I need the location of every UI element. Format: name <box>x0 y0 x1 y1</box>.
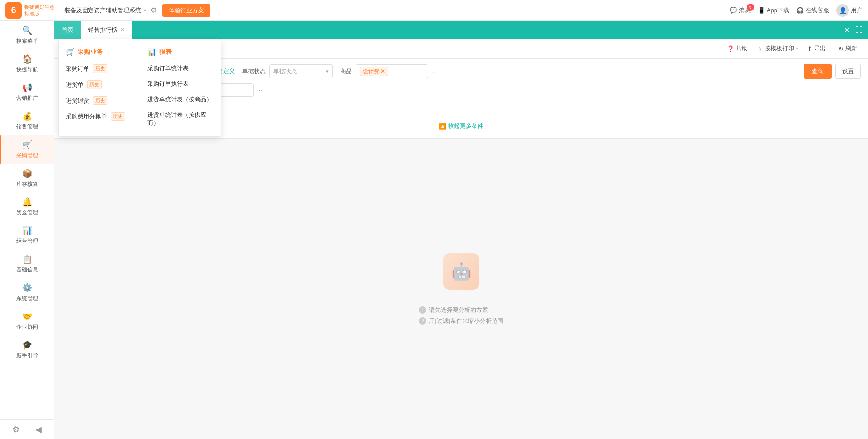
phone-icon: 📱 <box>758 7 765 14</box>
status-label: 单据状态 <box>242 67 266 75</box>
print-button[interactable]: 🖨 按模板打印 ▾ <box>757 44 798 53</box>
history-badge-3: 历史 <box>111 112 125 121</box>
dropdown-item-receive-stat-goods[interactable]: 进货单统计表（按商品） <box>140 92 221 107</box>
sidebar-item-basic[interactable]: 📋 基础信息 <box>0 250 54 278</box>
tab-bar: 首页 销售排行榜 ✕ ✕ ⛶ <box>54 21 868 39</box>
goods-tag: 设计费 ✕ <box>360 67 388 76</box>
marketing-icon: 📢 <box>22 83 32 93</box>
sidebar-item-enterprise[interactable]: 🤝 企业协同 <box>0 307 54 335</box>
dropdown-col-purchase: 🛒 采购业务 采购订单 历史 进货单 历史 进货退货 历史 采购费用分摊单 历史 <box>59 39 140 136</box>
logo-icon: 6 <box>5 2 22 19</box>
sidebar-item-operations[interactable]: 📊 经营管理 <box>0 221 54 250</box>
dropdown-item-return[interactable]: 进货退货 历史 <box>59 93 140 109</box>
help-button[interactable]: ❓ 帮助 <box>723 43 751 54</box>
footer-settings-icon[interactable]: ⚙ <box>12 424 20 434</box>
export-icon: ⬆ <box>807 45 812 52</box>
tab-bar-right: ✕ ⛶ <box>842 24 868 36</box>
sidebar-item-newbie[interactable]: 🎓 新手引导 <box>0 335 54 364</box>
tab-home[interactable]: 首页 <box>54 21 81 39</box>
message-icon: 💬 <box>730 7 737 14</box>
empty-state: 🤖 1 请先选择要分析的方案 2 用[过滤]条件来缩小分析范围 <box>54 139 868 439</box>
history-badge-1: 历史 <box>87 80 102 89</box>
goods-label: 商品 <box>340 67 352 75</box>
app-download-item[interactable]: 📱 App下载 <box>758 6 789 15</box>
purchase-header-icon: 🛒 <box>66 48 75 56</box>
goods-filter: 商品 设计费 ✕ ··· <box>340 64 437 78</box>
report-header-icon: 📊 <box>147 48 156 56</box>
status-dropdown-arrow: ▾ <box>326 68 329 75</box>
empty-illustration: 🤖 <box>434 253 488 299</box>
inventory-icon: 📦 <box>22 168 32 178</box>
history-badge-0: 历史 <box>93 64 107 73</box>
sidebar-item-marketing[interactable]: 📢 营销推广 <box>0 78 54 107</box>
logo-text: 畅捷通好生意 标准版 <box>24 4 54 17</box>
settings-button[interactable]: 设置 <box>835 64 861 79</box>
goods-more-dots[interactable]: ··· <box>432 68 437 75</box>
tab-sales-rank[interactable]: 销售排行榜 ✕ <box>81 21 132 39</box>
system-area: 装备及固定资产辅助管理系统 ▾ ⚙ 体验行业方案 <box>64 4 730 17</box>
sidebar-footer: ⚙ ◀ <box>0 419 54 439</box>
step-num-2: 2 <box>419 317 426 325</box>
dropdown-col-report: 📊 报表 采购订单统计表 采购订单执行表 进货单统计表（按商品） 进货单统计表（… <box>140 39 221 136</box>
refresh-button[interactable]: ↻ 刷新 <box>835 43 861 54</box>
export-button[interactable]: ⬆ 导出 <box>804 43 829 54</box>
dropdown-item-fee[interactable]: 采购费用分摊单 历史 <box>59 109 140 124</box>
system-icon: ⚙️ <box>22 283 32 293</box>
collapse-arrow-icon: 🔼 <box>439 123 446 130</box>
search-icon: 🔍 <box>22 25 32 35</box>
avatar: 👤 <box>836 4 849 17</box>
print-icon: 🖨 <box>757 45 763 52</box>
dropdown-item-receive-stat-supplier[interactable]: 进货单统计表（按供应商） <box>140 107 221 131</box>
online-service-item[interactable]: 🎧 在线客服 <box>796 6 829 15</box>
status-filter: 单据状态 单据状态 ▾ <box>242 64 333 78</box>
sidebar-item-search[interactable]: 🔍 搜索菜单 <box>0 21 54 49</box>
logo-area: 6 畅捷通好生意 标准版 <box>5 2 60 19</box>
history-badge-2: 历史 <box>93 96 107 105</box>
empty-step-2: 2 用[过滤]条件来缩小分析范围 <box>419 317 503 325</box>
empty-text-area: 1 请先选择要分析的方案 2 用[过滤]条件来缩小分析范围 <box>419 306 503 325</box>
user-item[interactable]: 👤 用户 <box>836 4 863 17</box>
query-button[interactable]: 查询 <box>804 64 832 79</box>
basic-icon: 📋 <box>22 254 32 264</box>
purchase-icon: 🛒 <box>22 140 32 150</box>
dropdown-item-purchase-order[interactable]: 采购订单 历史 <box>59 61 140 77</box>
refresh-icon: ↻ <box>839 45 844 52</box>
industry-button[interactable]: 体验行业方案 <box>162 4 210 17</box>
newbie-icon: 🎓 <box>22 340 32 350</box>
tab-maximize-icon[interactable]: ⛶ <box>853 24 864 36</box>
system-dropdown-arrow[interactable]: ▾ <box>144 8 146 13</box>
home-icon: 🏠 <box>22 54 32 64</box>
system-name: 装备及固定资产辅助管理系统 <box>64 6 141 15</box>
footer-collapse-icon[interactable]: ◀ <box>35 424 42 434</box>
dropdown-item-order-stat[interactable]: 采购订单统计表 <box>140 61 221 76</box>
sidebar-item-finance[interactable]: 🔔 资金管理 <box>0 192 54 221</box>
sidebar: 🔍 搜索菜单 🏠 快捷导航 📢 营销推广 💰 销售管理 🛒 采购管理 📦 库存核… <box>0 21 54 439</box>
sales-icon: 💰 <box>22 111 32 121</box>
sidebar-item-system[interactable]: ⚙️ 系统管理 <box>0 278 54 307</box>
sidebar-item-quick[interactable]: 🏠 快捷导航 <box>0 49 54 78</box>
status-select[interactable]: 单据状态 ▾ <box>269 64 333 78</box>
sidebar-item-purchase[interactable]: 🛒 采购管理 <box>0 135 54 164</box>
purchase-dropdown-menu: 🛒 采购业务 采购订单 历史 进货单 历史 进货退货 历史 采购费用分摊单 历史… <box>58 39 221 137</box>
tab-close-icon[interactable]: ✕ <box>120 27 125 33</box>
dropdown-report-header: 📊 报表 <box>140 45 221 61</box>
message-badge: 6 <box>747 4 754 11</box>
dropdown-item-order-exec[interactable]: 采购订单执行表 <box>140 76 221 92</box>
goods-tag-close[interactable]: ✕ <box>380 68 385 74</box>
empty-step-1: 1 请先选择要分析的方案 <box>419 306 503 314</box>
step-num-1: 1 <box>419 306 426 314</box>
message-item[interactable]: 💬 消息 6 <box>730 6 751 15</box>
empty-robot-icon: 🤖 <box>443 253 479 290</box>
sidebar-item-sales[interactable]: 💰 销售管理 <box>0 107 54 135</box>
settings-icon[interactable]: ⚙ <box>151 6 157 15</box>
sidebar-item-inventory[interactable]: 📦 库存核算 <box>0 164 54 192</box>
operations-icon: 📊 <box>22 226 32 236</box>
help-icon: ❓ <box>727 45 734 52</box>
print-dropdown-arrow[interactable]: ▾ <box>796 46 798 51</box>
dropdown-item-receive[interactable]: 进货单 历史 <box>59 77 140 93</box>
tab-close-window-icon[interactable]: ✕ <box>842 24 852 36</box>
enterprise-icon: 🤝 <box>22 311 32 321</box>
salesman-more-dots[interactable]: ··· <box>257 87 262 94</box>
goods-input[interactable]: 设计费 ✕ <box>356 64 428 78</box>
headset-icon: 🎧 <box>796 7 804 14</box>
